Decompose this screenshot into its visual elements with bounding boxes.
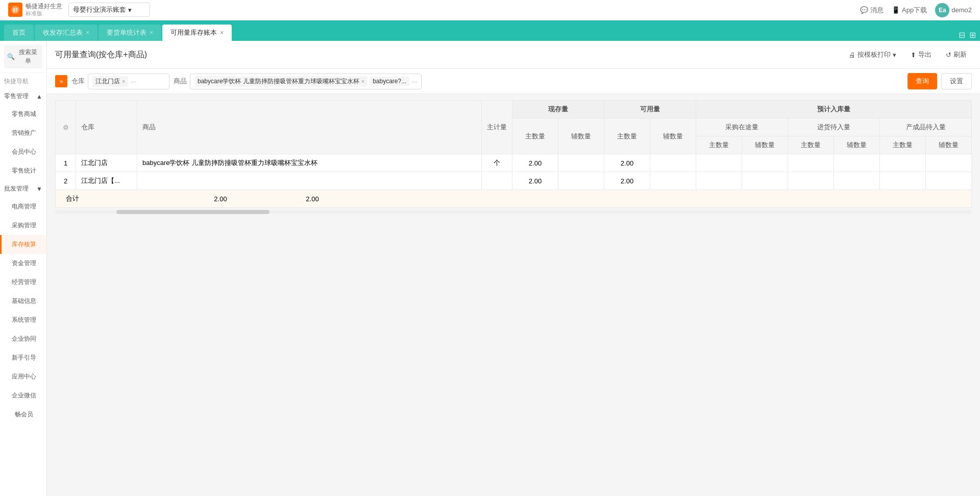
cell-stock-aux xyxy=(558,154,604,172)
refresh-button[interactable]: ↺ 刷新 xyxy=(941,47,972,62)
footer-stock-main: 2.00 xyxy=(198,195,243,203)
sidebar-item-label: 企业协同 xyxy=(12,335,36,342)
tab-available[interactable]: 可用量库存账本 × xyxy=(162,25,232,41)
page-title: 可用量查询(按仓库+商品) xyxy=(55,50,147,60)
footer-available-main: 2.00 xyxy=(289,195,335,203)
search-menu-button[interactable]: 🔍 搜索菜单 xyxy=(4,45,42,68)
product-more[interactable]: ··· xyxy=(411,78,417,85)
print-button[interactable]: 🖨 按模板打印 ▾ xyxy=(844,47,901,62)
warehouse-filter-input[interactable]: 江北门店 × ··· xyxy=(88,74,169,89)
sidebar-item-member2[interactable]: 畅会员 xyxy=(0,405,46,424)
sidebar-item-collab[interactable]: 企业协同 xyxy=(0,329,46,348)
user-menu[interactable]: Ea demo2 xyxy=(935,3,972,17)
filter-expand-button[interactable]: » xyxy=(55,75,67,87)
product-tag-1-close[interactable]: × xyxy=(361,78,364,84)
th-stock-main: 主数量 xyxy=(512,119,558,154)
sidebar-item-operation[interactable]: 经营管理 xyxy=(0,273,46,292)
cell-available-aux xyxy=(650,154,696,172)
search-menu-label: 搜索菜单 xyxy=(17,48,39,65)
sidebar-item-retail-mall[interactable]: 零售商城 xyxy=(0,105,46,124)
cell-incoming-aux xyxy=(834,172,880,190)
th-purchase-main: 主数量 xyxy=(696,136,742,154)
refresh-label: 刷新 xyxy=(953,50,967,59)
logo: 好 畅捷通好生意 标准版 xyxy=(8,3,62,17)
tab-minimize-icon[interactable]: ⊟ xyxy=(959,30,965,40)
data-table: ⚙ 仓库 商品 主计量 现存量 可用量 预计入库量 主数量 辅数量 主数量 辅数… xyxy=(55,100,972,190)
sidebar-item-finance[interactable]: 资金管理 xyxy=(0,254,46,273)
sidebar-item-basic[interactable]: 基础信息 xyxy=(0,292,46,311)
settings-button[interactable]: 设置 xyxy=(941,73,972,89)
cell-stock-aux xyxy=(558,172,604,190)
cell-purchase-aux xyxy=(742,154,788,172)
sidebar-item-label: 经营管理 xyxy=(12,278,36,286)
table-scroll-thumb[interactable] xyxy=(116,210,270,214)
cell-available-aux xyxy=(650,172,696,190)
filter-bar: » 仓库 江北门店 × ··· 商品 babycare学饮杯 儿童防摔防撞吸管杯… xyxy=(47,69,980,94)
message-icon: 💬 xyxy=(860,6,868,14)
sidebar-item-member[interactable]: 会员中心 xyxy=(0,143,46,161)
warehouse-filter-group: 仓库 江北门店 × ··· xyxy=(71,74,169,89)
sidebar-item-ecommerce[interactable]: 电商管理 xyxy=(0,197,46,216)
th-available-group: 可用量 xyxy=(604,101,696,119)
product-tag-1-value: babycare学饮杯 儿童防摔防撞吸管杯重力球吸嘴杯宝宝水杯 xyxy=(198,77,359,86)
table-footer: 合计 2.00 2.00 xyxy=(55,190,972,208)
tab-receive-close[interactable]: × xyxy=(86,29,89,36)
tab-home[interactable]: 首页 xyxy=(4,25,34,41)
tab-available-close[interactable]: × xyxy=(220,29,224,36)
query-button[interactable]: 查询 xyxy=(908,73,937,89)
product-filter-input[interactable]: babycare学饮杯 儿童防摔防撞吸管杯重力球吸嘴杯宝宝水杯 × babyca… xyxy=(190,74,422,89)
tenant-name: 母婴行业演示账套 xyxy=(73,5,126,14)
sidebar-item-newbie[interactable]: 新手引导 xyxy=(0,348,46,367)
tab-order[interactable]: 要货单统计表 × xyxy=(99,25,161,41)
message-button[interactable]: 💬 消息 xyxy=(860,6,884,15)
sidebar-item-label: 应用中心 xyxy=(12,373,36,380)
sidebar-item-marketing[interactable]: 营销推广 xyxy=(0,124,46,143)
print-arrow: ▾ xyxy=(893,51,896,59)
tenant-selector[interactable]: 母婴行业演示账套 ▾ xyxy=(68,3,150,17)
cell-unit: 个 xyxy=(482,154,512,172)
warehouse-tag-close[interactable]: × xyxy=(122,78,125,84)
cell-warehouse: 江北门店【... xyxy=(76,172,137,190)
warehouse-more[interactable]: ··· xyxy=(130,78,136,85)
sidebar-item-label: 畅会员 xyxy=(15,411,33,418)
quick-nav-label: 快捷导航 xyxy=(0,73,46,88)
content-area: 可用量查询(按仓库+商品) 🖨 按模板打印 ▾ ⬆ 导出 ↺ 刷新 xyxy=(47,41,980,496)
settings-icon[interactable]: ⚙ xyxy=(63,124,69,131)
sidebar-item-appcenter[interactable]: 应用中心 xyxy=(0,367,46,386)
main-layout: 🔍 搜索菜单 快捷导航 零售管理 ▲ 零售商城 营销推广 会员中心 零售统计 批… xyxy=(0,41,980,496)
sidebar-item-retail-mgmt[interactable]: 零售管理 ▲ xyxy=(0,88,46,105)
sidebar-item-retail-stat[interactable]: 零售统计 xyxy=(0,161,46,180)
table-scroll-bar[interactable] xyxy=(55,210,972,214)
sidebar-item-purchase[interactable]: 采购管理 xyxy=(0,216,46,235)
footer-label: 合计 xyxy=(61,194,198,203)
sidebar-item-wholesale[interactable]: 批发管理 ▼ xyxy=(0,180,46,197)
sidebar-item-label: 电商管理 xyxy=(12,203,36,210)
sidebar-item-system[interactable]: 系统管理 xyxy=(0,311,46,329)
search-icon: 🔍 xyxy=(7,53,15,60)
th-unit: 主计量 xyxy=(482,101,512,154)
cell-purchase-aux xyxy=(742,172,788,190)
tab-expand-icon[interactable]: ⊞ xyxy=(969,30,976,40)
download-button[interactable]: 📱 App下载 xyxy=(892,6,927,15)
tab-receive[interactable]: 收发存汇总表 × xyxy=(35,25,97,41)
cell-incoming-aux xyxy=(834,154,880,172)
sidebar-item-inventory[interactable]: 库存核算 xyxy=(0,235,46,254)
phone-icon: 📱 xyxy=(892,6,900,14)
table-row: 1 江北门店 babycare学饮杯 儿童防摔防撞吸管杯重力球吸嘴杯宝宝水杯 个… xyxy=(56,154,972,172)
page-actions: 🖨 按模板打印 ▾ ⬆ 导出 ↺ 刷新 xyxy=(844,47,972,62)
avatar: Ea xyxy=(935,3,949,17)
top-bar-left: 好 畅捷通好生意 标准版 母婴行业演示账套 ▾ xyxy=(8,3,150,17)
message-label: 消息 xyxy=(870,6,884,15)
sidebar-item-wechat[interactable]: 企业微信 xyxy=(0,386,46,405)
cell-available-main: 2.00 xyxy=(604,172,650,190)
cell-production-aux xyxy=(926,172,972,190)
tab-order-close[interactable]: × xyxy=(150,29,153,36)
sidebar-item-label: 营销推广 xyxy=(12,129,36,136)
export-button[interactable]: ⬆ 导出 xyxy=(905,47,937,62)
th-forecast-group: 预计入库量 xyxy=(696,101,972,119)
sidebar-item-label: 批发管理 xyxy=(4,184,29,193)
product-tag-2: babycare?... xyxy=(370,77,409,86)
sidebar-item-label: 新手引导 xyxy=(12,354,36,361)
cell-product xyxy=(137,172,482,190)
export-icon: ⬆ xyxy=(911,51,916,59)
